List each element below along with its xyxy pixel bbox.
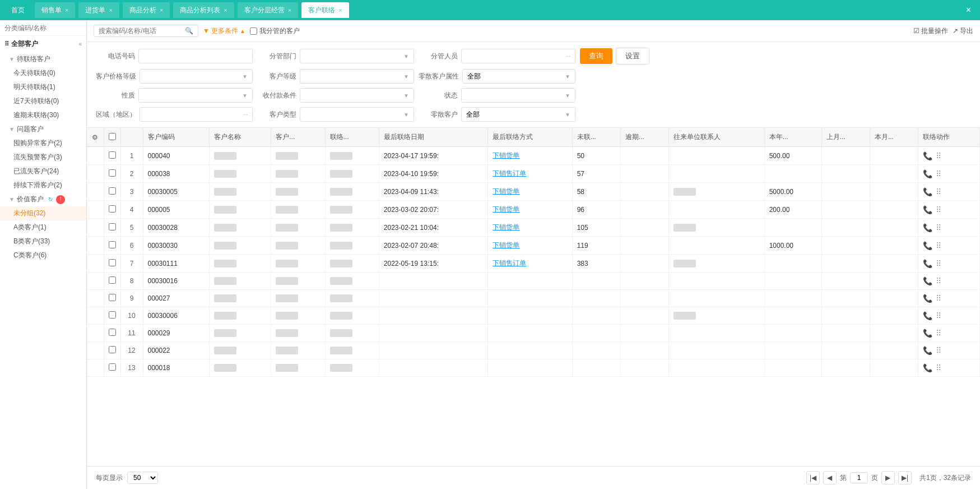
filter-payment-select[interactable]: ▼	[300, 88, 414, 103]
row-more-icon[interactable]: ⠿	[936, 241, 941, 250]
first-page-btn[interactable]: |◀	[806, 471, 820, 485]
sidebar-item-today[interactable]: 今天待联络(0)	[0, 66, 86, 80]
sidebar-item-class-b[interactable]: B类客户(33)	[0, 234, 86, 248]
table-header-last-month[interactable]: 上月...	[821, 128, 870, 147]
table-header-last-date[interactable]: 最后联络日期	[379, 128, 487, 147]
sidebar-problem-group[interactable]: ▼ 问题客户	[0, 122, 86, 136]
table-header-name[interactable]: 客户名称	[210, 128, 271, 147]
row-more-icon[interactable]: ⠿	[936, 187, 941, 196]
page-number-input[interactable]	[850, 472, 868, 483]
row-call-icon[interactable]: 📞	[923, 363, 932, 372]
row-last-method[interactable]: 下销货单	[488, 147, 572, 165]
row-last-method[interactable]: 下销货单	[488, 201, 572, 219]
row-last-method[interactable]: 下销售订单	[488, 165, 572, 183]
filter-customer-type-select[interactable]: ▼	[300, 107, 414, 122]
nav-tab-customer-mgmt-close[interactable]: ×	[288, 7, 291, 13]
row-last-method[interactable]: 下销货单	[488, 237, 572, 255]
row-call-icon[interactable]: 📞	[923, 205, 932, 214]
row-last-method[interactable]	[488, 307, 572, 325]
table-header-no-contact[interactable]: 未联...	[572, 128, 620, 147]
my-customers-toggle[interactable]: 我分管的客户	[250, 26, 300, 36]
row-checkbox[interactable]	[104, 255, 120, 273]
row-checkbox[interactable]	[104, 201, 120, 219]
row-name[interactable]	[210, 255, 271, 273]
row-last-method[interactable]	[488, 325, 572, 342]
row-name[interactable]	[210, 273, 271, 290]
row-call-icon[interactable]: 📞	[923, 187, 932, 196]
row-more-icon[interactable]: ⠿	[936, 363, 941, 372]
query-button[interactable]: 查询	[580, 48, 612, 64]
sidebar-search-input[interactable]	[4, 24, 87, 32]
sidebar-item-ungrouped[interactable]: 未分组(32)	[0, 206, 86, 220]
table-header-overdue[interactable]: 逾期...	[620, 128, 668, 147]
export-btn[interactable]: ↗ 导出	[953, 26, 973, 36]
row-last-method[interactable]	[488, 342, 572, 359]
row-name[interactable]	[210, 147, 271, 165]
row-last-method[interactable]	[488, 359, 572, 377]
filter-status-select[interactable]: ▼	[461, 88, 575, 103]
nav-tab-analysis-list-close[interactable]: ×	[224, 7, 227, 13]
table-header-checkbox[interactable]	[109, 133, 116, 140]
row-name[interactable]	[210, 219, 271, 237]
row-more-icon[interactable]: ⠿	[936, 346, 941, 355]
row-call-icon[interactable]: 📞	[923, 276, 932, 285]
row-more-icon[interactable]: ⠿	[936, 205, 941, 214]
more-conditions-btn[interactable]: ▼ 更多条件 ▲	[203, 26, 245, 36]
row-name[interactable]	[210, 359, 271, 377]
nav-tab-purchase[interactable]: 进货单 ×	[78, 2, 119, 18]
page-size-select[interactable]: 50 100	[127, 472, 158, 484]
row-more-icon[interactable]: ⠿	[936, 311, 941, 320]
table-header-settings[interactable]: ⚙	[87, 128, 104, 147]
sidebar-item-class-a[interactable]: A类客户(1)	[0, 220, 86, 234]
filter-price-level-select[interactable]: ▼	[140, 69, 253, 84]
filter-search-icon[interactable]: 🔍	[185, 27, 193, 35]
batch-operation-btn[interactable]: ☑ 批量操作	[913, 26, 948, 36]
nav-tab-analysis-list[interactable]: 商品分析列表 ×	[173, 2, 234, 18]
window-close-button[interactable]: ×	[962, 5, 976, 15]
filter-retail-customer-select[interactable]: 全部 ▼	[461, 107, 575, 122]
row-name[interactable]	[210, 307, 271, 325]
table-header-this-month[interactable]: 本月...	[870, 128, 918, 147]
row-more-icon[interactable]: ⠿	[936, 259, 941, 268]
filter-level-select[interactable]: ▼	[300, 69, 414, 84]
prev-page-btn[interactable]: ◀	[823, 471, 837, 485]
row-call-icon[interactable]: 📞	[923, 294, 932, 303]
filter-nature-select[interactable]: ▼	[138, 88, 253, 103]
row-checkbox[interactable]	[104, 273, 120, 290]
row-call-icon[interactable]: 📞	[923, 259, 932, 268]
row-last-method[interactable]: 下销售订单	[488, 255, 572, 273]
row-checkbox[interactable]	[104, 359, 120, 377]
row-checkbox[interactable]	[104, 219, 120, 237]
row-call-icon[interactable]: 📞	[923, 169, 932, 178]
table-header-company-contact[interactable]: 往来单位联系人	[669, 128, 765, 147]
nav-tab-customer-contact-close[interactable]: ×	[338, 7, 342, 13]
sidebar-item-churned[interactable]: 已流失客户(24)	[0, 164, 86, 178]
last-page-btn[interactable]: ▶|	[898, 471, 912, 485]
nav-tab-customer-contact[interactable]: 客户联络 ×	[301, 2, 349, 18]
row-last-method[interactable]	[488, 290, 572, 307]
nav-tab-sales-close[interactable]: ×	[65, 7, 68, 13]
table-header-check[interactable]	[104, 128, 120, 147]
row-name[interactable]	[210, 183, 271, 201]
row-checkbox[interactable]	[104, 183, 120, 201]
row-more-icon[interactable]: ⠿	[936, 276, 941, 285]
sidebar-pending-group[interactable]: ▼ 待联络客户	[0, 52, 86, 66]
row-checkbox[interactable]	[104, 342, 120, 359]
row-name[interactable]	[210, 165, 271, 183]
nav-tab-analysis-close[interactable]: ×	[160, 7, 163, 13]
sidebar-item-7days[interactable]: 近7天待联络(0)	[0, 94, 86, 108]
row-call-icon[interactable]: 📞	[923, 329, 932, 338]
filter-phone-input[interactable]	[138, 49, 253, 63]
row-checkbox[interactable]	[104, 307, 120, 325]
row-call-icon[interactable]: 📞	[923, 311, 932, 320]
row-more-icon[interactable]: ⠿	[936, 294, 941, 303]
row-checkbox[interactable]	[104, 325, 120, 342]
filter-retail-attr-select[interactable]: 全部 ▼	[462, 69, 575, 84]
row-name[interactable]	[210, 325, 271, 342]
table-header-last-method[interactable]: 最后联络方式	[488, 128, 572, 147]
reset-button[interactable]: 设置	[616, 48, 649, 64]
row-call-icon[interactable]: 📞	[923, 241, 932, 250]
row-name[interactable]	[210, 237, 271, 255]
my-customers-checkbox[interactable]	[250, 27, 257, 35]
next-page-btn[interactable]: ▶	[881, 471, 895, 485]
